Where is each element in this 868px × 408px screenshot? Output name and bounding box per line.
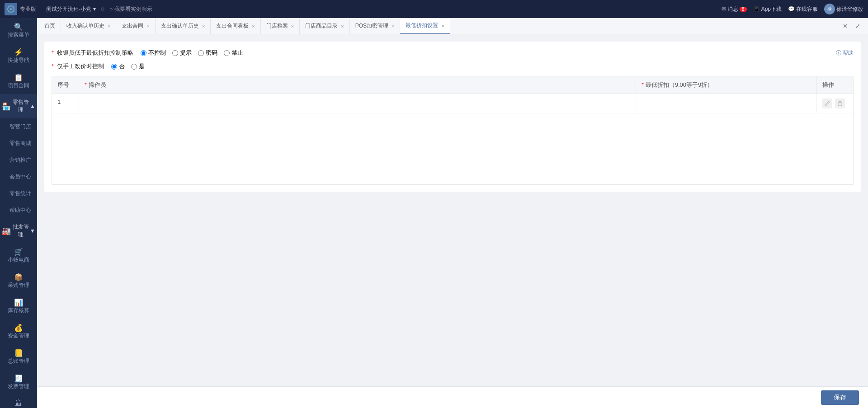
sidebar: 🔍 搜索菜单 ⚡ 快捷导航 📋 项目合同 🏪 零售管理 ▲ 智营门店 零售商城 …	[0, 18, 37, 408]
sidebar-item-retail-mgmt[interactable]: 🏪 零售管理 ▲	[0, 94, 37, 118]
sidebar-item-wholesale-mgmt-label: 批发管理	[13, 223, 29, 239]
radio-no-control[interactable]: 不控制	[141, 49, 166, 57]
sidebar-item-purchase-mgmt[interactable]: 📦 采购管理	[0, 268, 37, 294]
tab-store-archive[interactable]: 门店档案 ×	[261, 18, 300, 34]
tab-store-product-catalog[interactable]: 门店商品目录 ×	[300, 18, 349, 34]
topbar-center: 测试分开流程-小党 ▾ ⚙ ○ 我要看实例演示	[46, 5, 717, 13]
radio-forbid-label: 禁止	[231, 49, 243, 57]
sidebar-item-finance-label: 资金管理	[2, 332, 35, 340]
tab-store-product-catalog-close[interactable]: ×	[341, 23, 344, 29]
sidebar-item-retail-stats[interactable]: 零售统计	[0, 185, 37, 202]
edit-icon[interactable]	[822, 98, 832, 108]
tab-income-confirm-history-close[interactable]: ×	[108, 23, 110, 29]
tab-income-confirm-history[interactable]: 收入确认单历史 ×	[61, 18, 116, 34]
sidebar-item-member-center-label: 会员中心	[5, 173, 35, 181]
user-profile[interactable]: 徐 徐泽华修改	[824, 4, 863, 14]
main-layout: 🔍 搜索菜单 ⚡ 快捷导航 📋 项目合同 🏪 零售管理 ▲ 智营门店 零售商城 …	[0, 18, 868, 408]
retail-mgmt-arrow-icon: ▲	[30, 103, 35, 109]
save-button[interactable]: 保存	[821, 390, 859, 405]
cashier-discount-label: * 收银员低于最低折扣控制策略	[52, 49, 133, 57]
tab-payment-confirm-history-label: 支出确认单历史	[161, 22, 199, 30]
radio-no-control-label: 不控制	[148, 49, 166, 57]
radio-manual-no-label: 否	[119, 62, 125, 70]
sidebar-item-inventory[interactable]: 📊 库存核算	[0, 294, 37, 319]
radio-manual-yes-label: 是	[139, 62, 145, 70]
tab-payment-contract[interactable]: 支出合同 ×	[116, 18, 155, 34]
radio-no-control-input[interactable]	[141, 50, 146, 56]
settings-card: * 收银员低于最低折扣控制策略 不控制 提示	[44, 42, 861, 192]
sidebar-item-inventory-label: 库存核算	[2, 307, 35, 314]
sidebar-item-invoice[interactable]: 🧾 发票管理	[0, 370, 37, 395]
th-action: 操作	[817, 76, 853, 94]
message-icon: ✉	[722, 6, 726, 12]
sidebar-item-project-contract-label: 项目合同	[2, 82, 35, 89]
demo-link-text: 我要看实例演示	[114, 5, 152, 13]
tab-payment-contract-label: 支出合同	[122, 22, 143, 30]
sidebar-item-search-menu[interactable]: 🔍 搜索菜单	[0, 18, 37, 43]
radio-password-input[interactable]	[198, 50, 204, 56]
tabs-right-controls: ✕ ⤢	[840, 21, 866, 31]
radio-manual-no[interactable]: 否	[111, 62, 125, 70]
radio-forbid[interactable]: 禁止	[224, 49, 243, 57]
sidebar-item-quick-nav[interactable]: ⚡ 快捷导航	[0, 43, 37, 69]
tab-payment-confirm-history-close[interactable]: ×	[202, 23, 205, 29]
sidebar-item-tax[interactable]: 🏛 税务管理	[0, 395, 37, 408]
required-star-1: *	[52, 49, 54, 56]
help-label: 帮助	[843, 49, 854, 57]
app-download-label: App下载	[761, 5, 782, 13]
user-name: 徐泽华修改	[836, 5, 863, 13]
help-link[interactable]: ⓘ 帮助	[836, 49, 854, 57]
radio-remind-input[interactable]	[172, 50, 178, 56]
sidebar-item-marketing[interactable]: 营销推广	[0, 152, 37, 169]
sidebar-item-ledger-label: 总账管理	[2, 357, 35, 365]
radio-password[interactable]: 密码	[198, 49, 217, 57]
sidebar-item-retail-mall[interactable]: 零售商城	[0, 135, 37, 152]
required-star-2: *	[52, 63, 54, 70]
tab-payment-confirm-history[interactable]: 支出确认单历史 ×	[156, 18, 211, 34]
radio-remind[interactable]: 提示	[172, 49, 192, 57]
tab-maximize-button[interactable]: ⤢	[853, 21, 863, 31]
action-icons	[822, 98, 848, 108]
tab-pos-encrypt-mgmt[interactable]: POS加密管理 ×	[350, 18, 401, 34]
message-badge: 8	[740, 7, 747, 12]
sidebar-item-ledger[interactable]: 📒 总账管理	[0, 344, 37, 370]
app-download-button[interactable]: 📱 App下载	[753, 5, 782, 13]
sidebar-item-help-center[interactable]: 帮助中心	[0, 202, 37, 219]
online-service-button[interactable]: 💬 在线客服	[788, 5, 818, 13]
sidebar-item-wholesale-mgmt[interactable]: 🏭 批发管理 ▼	[0, 219, 37, 243]
tab-payment-contract-board[interactable]: 支出合同看板 ×	[211, 18, 260, 34]
tab-home-label: 首页	[44, 22, 55, 30]
table-header: 序号 * 操作员 * 最低折扣（9.00等于9折） 操作	[52, 76, 853, 94]
svg-rect-1	[838, 103, 842, 106]
page-content: * 收银员低于最低折扣控制策略 不控制 提示	[37, 34, 868, 386]
message-button[interactable]: ✉ 消息 8	[722, 5, 747, 13]
tab-store-archive-close[interactable]: ×	[291, 23, 294, 29]
tab-close-button[interactable]: ✕	[840, 21, 850, 31]
sidebar-item-finance[interactable]: 💰 资金管理	[0, 319, 37, 344]
demo-link[interactable]: ○ 我要看实例演示	[109, 5, 152, 13]
sidebar-item-retail-mall-label: 零售商城	[5, 140, 35, 147]
tab-payment-contract-board-close[interactable]: ×	[252, 23, 255, 29]
radio-manual-yes-input[interactable]	[131, 64, 137, 70]
sidebar-item-smart-store[interactable]: 智营门店	[0, 118, 37, 135]
td-min-discount	[636, 94, 817, 113]
tab-pos-encrypt-mgmt-label: POS加密管理	[355, 22, 388, 30]
sidebar-item-ecommerce[interactable]: 🛒 小畅电商	[0, 243, 37, 268]
tab-home[interactable]: 首页	[39, 18, 61, 34]
logo-icon	[5, 3, 17, 15]
sidebar-item-project-contract[interactable]: 📋 项目合同	[0, 69, 37, 94]
sidebar-item-search-menu-label: 搜索菜单	[2, 31, 35, 39]
sidebar-item-member-center[interactable]: 会员中心	[0, 169, 37, 185]
tab-min-discount-settings-close[interactable]: ×	[441, 23, 444, 28]
radio-password-label: 密码	[206, 49, 217, 57]
sidebar-item-retail-mgmt-label: 零售管理	[13, 98, 29, 114]
radio-manual-yes[interactable]: 是	[131, 62, 145, 70]
tab-payment-contract-close[interactable]: ×	[146, 23, 149, 29]
tab-pos-encrypt-mgmt-close[interactable]: ×	[392, 23, 394, 29]
radio-manual-no-input[interactable]	[111, 64, 117, 70]
tab-min-discount-settings[interactable]: 最低折扣设置 ×	[400, 18, 450, 34]
cashier-discount-form-row: * 收银员低于最低折扣控制策略 不控制 提示	[52, 49, 854, 57]
delete-icon[interactable]	[835, 98, 845, 108]
radio-forbid-input[interactable]	[224, 50, 230, 56]
project-selector[interactable]: 测试分开流程-小党 ▾	[46, 5, 96, 13]
